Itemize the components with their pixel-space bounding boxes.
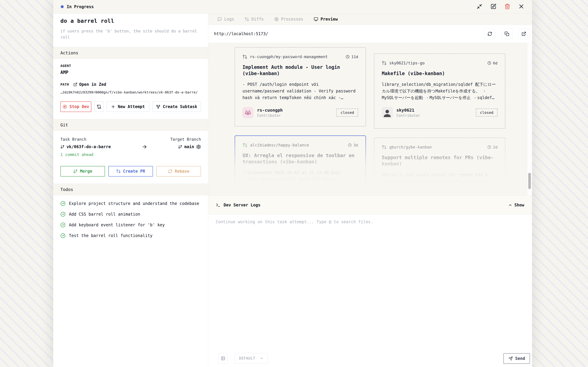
close-icon (519, 4, 524, 9)
todo-item: Explore project structure and understand… (61, 201, 201, 206)
card-title: Implement Auth module - User login (vibe… (242, 64, 358, 77)
create-subtask-button[interactable]: Create Subtask (152, 101, 201, 112)
check-circle-icon (61, 212, 66, 217)
attempt-main: Logs Diffs Processes Preview http://loca… (208, 14, 532, 367)
git-branch-icon (178, 145, 182, 149)
pr-card[interactable]: gburch/gybe-kanban 2d Support multiple r… (374, 138, 505, 196)
status-label: In Progress (67, 4, 94, 9)
minimize-icon (476, 4, 482, 9)
scrollbar-track[interactable] (527, 43, 532, 196)
show-logs-button[interactable]: Show (508, 203, 524, 208)
pr-card-selected[interactable]: alcibiadesc/happy-balance 3d UX: Arregla… (235, 135, 366, 196)
task-title: do a barrel roll (61, 18, 201, 24)
card-author: rs-cuongph (257, 108, 283, 113)
todo-item: Test the barrel roll functionality (61, 233, 201, 238)
clock-icon (346, 55, 350, 59)
task-dialog: In Progress do a barrel roll if users pr… (53, 0, 532, 367)
git-pull-request-icon (243, 143, 247, 148)
branch-settings-button[interactable] (196, 144, 201, 149)
tab-processes[interactable]: Processes (274, 17, 303, 22)
todo-item: Add CSS barrel roll animation (61, 212, 201, 217)
card-body: - POST /auth/login endpoint với username… (242, 81, 358, 101)
image-icon (221, 356, 225, 360)
card-repo: gburch/gybe-kanban (389, 145, 432, 149)
send-button[interactable]: Send (503, 353, 530, 364)
scrollbar-thumb[interactable] (528, 173, 531, 189)
message-composer: DEFAULT Send (208, 214, 532, 367)
card-author-role: Contributor (397, 114, 420, 117)
preview-urlbar: http://localhost:5173/ (208, 25, 532, 43)
avatar (382, 107, 393, 118)
stop-dev-button[interactable]: Stop Dev (61, 101, 91, 112)
tab-diffs[interactable]: Diffs (245, 17, 264, 22)
pr-card[interactable]: rs-cuongph/my-password-management 11d Im… (235, 47, 366, 126)
check-circle-icon (61, 233, 66, 238)
merge-button[interactable]: Merge (61, 166, 105, 176)
path-label: PATH (61, 83, 69, 86)
card-age: 11d (351, 55, 358, 59)
check-circle-icon (61, 201, 66, 206)
card-body: library_selection/db_migration/sqldef 配下… (382, 81, 497, 101)
tab-logs[interactable]: Logs (217, 17, 234, 22)
actions-section-header: Actions (53, 47, 208, 58)
check-circle-icon (61, 222, 66, 227)
card-body: ![screenshot 2025-10-03 at 13.13.48.png]… (243, 170, 358, 189)
git-pull-request-icon (382, 145, 387, 150)
dev-script-button[interactable] (95, 101, 104, 112)
gear-icon (274, 17, 279, 21)
git-section-header: Git (53, 119, 208, 131)
external-link-icon (73, 83, 78, 86)
git-pull-request-icon (382, 61, 387, 66)
new-attempt-button[interactable]: New Attempt (107, 101, 149, 112)
close-dialog-button[interactable] (519, 4, 524, 10)
preview-iframe: rs-cuongph/my-password-management 11d Im… (208, 43, 527, 196)
avatar (242, 107, 253, 118)
dev-server-logs-label: Dev Server Logs (224, 203, 260, 208)
collapse-button[interactable] (476, 4, 482, 10)
agent-label: AGENT (61, 64, 201, 68)
copy-url-button[interactable] (502, 28, 512, 39)
rebase-button[interactable]: Rebase (156, 166, 201, 176)
fork-icon (156, 104, 160, 109)
card-author: sky0621 (397, 108, 420, 113)
card-repo: sky0621/tips-go (389, 61, 425, 65)
clock-icon (348, 143, 352, 147)
card-title: Makefile (vibe-kanban) (382, 70, 497, 77)
card-title: Support multiple remotes for PRs (vibe-k… (382, 155, 497, 167)
edit-task-button[interactable] (491, 4, 496, 10)
status-badge: closed (337, 108, 358, 117)
plus-icon (111, 104, 115, 109)
git-pull-request-icon (242, 54, 247, 59)
task-branch-value: vk/063f-do-a-barre (61, 144, 111, 149)
card-age: 6d (493, 61, 498, 65)
preview-url[interactable]: http://localhost:5173/ (214, 32, 484, 36)
attempt-tabbar: Logs Diffs Processes Preview (208, 14, 532, 25)
pr-card[interactable]: sky0621/tips-go 6d Makefile (vibe-kanban… (374, 53, 505, 129)
attach-image-button[interactable] (218, 353, 228, 364)
message-input[interactable] (216, 219, 505, 245)
dev-server-logs-bar[interactable]: Dev Server Logs Show (208, 196, 532, 214)
commits-ahead-label: 1 commit ahead (61, 152, 201, 157)
gear-icon (196, 144, 201, 149)
model-select[interactable]: DEFAULT (235, 353, 268, 364)
stop-circle-icon (63, 104, 67, 109)
create-pr-button[interactable]: Create PR (108, 166, 153, 176)
delete-task-button[interactable] (504, 4, 510, 10)
card-repo: alcibiadesc/happy-balance (250, 143, 309, 147)
chevron-up-icon (508, 203, 512, 207)
task-sidebar: do a barrel roll if users press the 'b' … (53, 14, 208, 367)
tab-preview[interactable]: Preview (314, 17, 338, 22)
edit-icon (491, 4, 496, 9)
monitor-icon (314, 17, 318, 21)
card-author-role: Contributor (257, 114, 283, 117)
refresh-preview-button[interactable] (484, 28, 495, 39)
target-branch-label: Target Branch (170, 137, 201, 142)
clock-icon (487, 61, 491, 65)
todos-section-header: Todos (53, 184, 208, 195)
open-in-browser-button[interactable] (519, 28, 529, 39)
trash-icon (504, 4, 510, 9)
open-in-zed-link[interactable]: Open in Zed (73, 82, 106, 87)
refresh-icon (487, 32, 492, 36)
git-pull-request-icon (116, 169, 121, 174)
terminal-icon (216, 203, 221, 208)
